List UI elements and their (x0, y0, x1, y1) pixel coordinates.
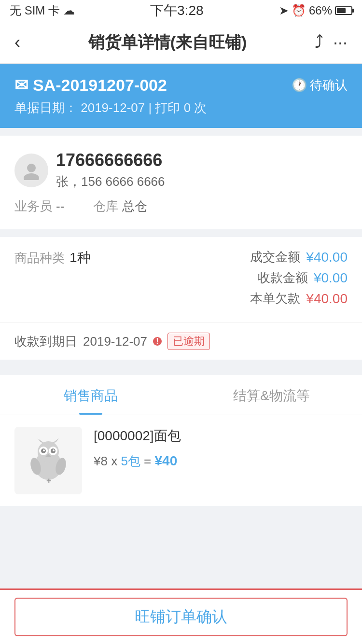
due-date-section: 收款到期日 2019-12-07 ! 已逾期 (0, 322, 362, 360)
amount-value-0: ¥40.00 (306, 250, 348, 265)
battery-icon (335, 6, 352, 15)
svg-point-1 (24, 173, 39, 180)
page-title: 销货单详情(来自旺铺) (88, 31, 247, 54)
sim-label: 无 SIM 卡 ☁ (10, 3, 75, 18)
svg-point-0 (27, 164, 36, 172)
order-icon: ✉ (14, 75, 28, 95)
kind-value: 1种 (70, 249, 91, 267)
status-left: 无 SIM 卡 ☁ (10, 3, 75, 18)
warehouse-item: 仓库 总仓 (93, 198, 147, 215)
product-item: + [0000002]面包 ¥8 x 5包 = ¥40 (0, 415, 362, 506)
tab-products[interactable]: 销售商品 (0, 375, 181, 415)
tab-settle[interactable]: 结算&物流等 (181, 375, 362, 415)
order-id: ✉ SA-20191207-002 (14, 75, 167, 95)
price-total: ¥40 (154, 453, 177, 468)
amount-value-2: ¥40.00 (306, 291, 348, 307)
divider-1 (0, 229, 362, 237)
due-value: 2019-12-07 (83, 334, 147, 349)
kind-label: 商品种类 (14, 250, 65, 266)
summary-right: 成交金额 ¥40.00 收款金额 ¥0.00 本单欠款 ¥40.00 (250, 249, 348, 311)
battery-percentage: 66% (309, 4, 332, 17)
order-header-card: ✉ SA-20191207-002 🕐 待确认 单据日期： 2019-12-07… (0, 64, 362, 128)
status-time: 下午3:28 (150, 1, 204, 20)
customer-name-phone: 张，156 6666 6666 (56, 173, 165, 190)
product-price: ¥8 x 5包 = ¥40 (94, 453, 348, 470)
summary-left: 商品种类 1种 (14, 249, 91, 267)
customer-header: 17666666666 张，156 6666 6666 (14, 150, 348, 190)
export-button[interactable]: ⤴ (315, 32, 323, 53)
nav-actions: ⤴ ··· (315, 32, 348, 53)
svg-text:+: + (46, 476, 52, 485)
salesperson-label: 业务员 (14, 198, 52, 215)
back-button[interactable]: ‹ (14, 32, 20, 53)
svg-point-9 (53, 449, 55, 451)
customer-meta: 业务员 -- 仓库 总仓 (14, 198, 348, 215)
customer-phone: 17666666666 (56, 150, 165, 170)
confirm-order-button[interactable]: 旺铺订单确认 (14, 598, 348, 636)
amount-value-1: ¥0.00 (314, 270, 348, 286)
bottom-bar: 旺铺订单确认 (0, 588, 362, 644)
status-bar: 无 SIM 卡 ☁ 下午3:28 ➤ ⏰ 66% (0, 0, 362, 21)
amount-label-0: 成交金额 (250, 249, 300, 266)
amount-row-2: 本单欠款 ¥40.00 (250, 290, 348, 307)
due-label: 收款到期日 (14, 333, 77, 350)
tabs-bar: 销售商品 结算&物流等 (0, 375, 362, 415)
amount-label-1: 收款金额 (258, 269, 308, 286)
warehouse-label: 仓库 (93, 198, 118, 215)
product-image: + (14, 427, 82, 494)
status-right: ➤ ⏰ 66% (279, 4, 352, 17)
order-status: 🕐 待确认 (292, 77, 348, 94)
alarm-icon: ⏰ (292, 4, 306, 17)
price-unit: ¥8 x (94, 454, 121, 468)
salesperson-item: 业务员 -- (14, 198, 64, 215)
product-info: [0000002]面包 ¥8 x 5包 = ¥40 (94, 427, 348, 470)
amount-row-0: 成交金额 ¥40.00 (250, 249, 348, 266)
overdue-badge: 已逾期 (167, 333, 210, 350)
price-equals: = (140, 454, 155, 468)
customer-info: 17666666666 张，156 6666 6666 (56, 150, 165, 190)
more-button[interactable]: ··· (333, 32, 348, 53)
divider-2 (0, 360, 362, 367)
summary-section: 商品种类 1种 成交金额 ¥40.00 收款金额 ¥0.00 本单欠款 ¥40.… (0, 237, 362, 322)
clock-icon: 🕐 (292, 78, 307, 93)
product-name: [0000002]面包 (94, 427, 348, 445)
price-qty: 5包 (121, 454, 140, 468)
customer-section: 17666666666 张，156 6666 6666 业务员 -- 仓库 总仓 (0, 136, 362, 229)
svg-point-8 (43, 449, 45, 451)
avatar (14, 154, 48, 187)
location-icon: ➤ (279, 4, 289, 17)
amount-label-2: 本单欠款 (250, 290, 300, 307)
product-kind: 商品种类 1种 (14, 249, 91, 267)
nav-bar: ‹ 销货单详情(来自旺铺) ⤴ ··· (0, 21, 362, 64)
overdue-dot-icon: ! (153, 337, 162, 346)
amount-row-1: 收款金额 ¥0.00 (250, 269, 348, 286)
warehouse-value: 总仓 (122, 198, 147, 215)
salesperson-value: -- (56, 199, 64, 214)
order-date-line: 单据日期： 2019-12-07 | 打印 0 次 (14, 99, 348, 116)
order-header-top: ✉ SA-20191207-002 🕐 待确认 (14, 75, 348, 95)
